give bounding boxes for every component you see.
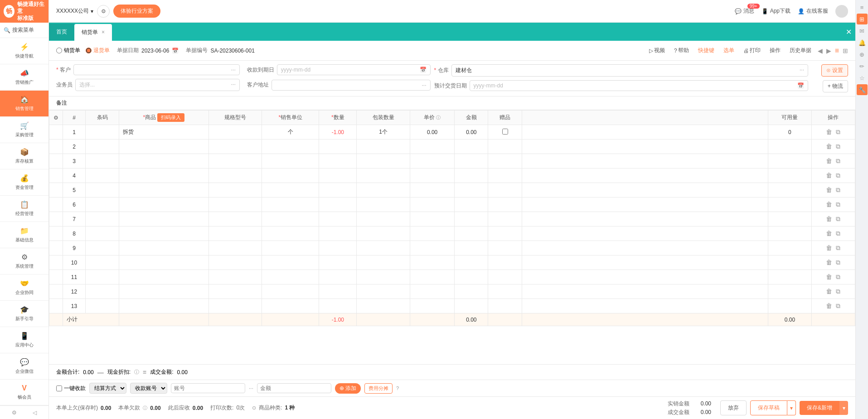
row-amount[interactable] — [455, 197, 488, 212]
row-barcode[interactable] — [86, 284, 119, 299]
right-panel-btn-6[interactable]: ✏ — [857, 61, 868, 72]
right-panel-btn-2[interactable]: ⊞ — [857, 14, 868, 24]
right-panel-btn-3[interactable]: ✉ — [857, 25, 868, 36]
row-product[interactable] — [119, 255, 209, 270]
print-btn[interactable]: 🖨 打印 — [741, 45, 763, 56]
row-qty[interactable] — [319, 241, 357, 255]
app-download-button[interactable]: 📱 App下载 — [761, 7, 790, 15]
sidebar-item-inventory[interactable]: 📦 库存核算 — [0, 143, 48, 169]
row-product[interactable] — [119, 212, 209, 226]
remarks-input[interactable] — [71, 101, 848, 105]
amount-input[interactable] — [257, 383, 331, 393]
row-copy-icon[interactable]: ⧉ — [835, 142, 841, 151]
row-pack-qty[interactable] — [357, 183, 410, 197]
row-unit[interactable] — [262, 284, 319, 299]
row-barcode[interactable] — [86, 255, 119, 270]
row-delete-icon[interactable]: 🗑 — [825, 127, 833, 137]
row-copy-icon[interactable]: ⧉ — [835, 200, 841, 209]
row-price[interactable] — [410, 270, 454, 284]
customer-input[interactable]: ··· — [73, 64, 240, 75]
row-qty[interactable] — [319, 299, 357, 313]
row-price[interactable] — [410, 226, 454, 241]
row-gift[interactable] — [488, 197, 522, 212]
row-delete-icon[interactable]: 🗑 — [825, 142, 833, 151]
radio-return-order[interactable]: 退货单 — [86, 47, 110, 54]
row-delete-icon[interactable]: 🗑 — [825, 185, 833, 195]
account-select[interactable]: 收款账号 — [130, 383, 167, 394]
expected-date-input[interactable]: yyyy-mm-dd 📅 — [470, 80, 809, 91]
row-gift[interactable] — [488, 183, 522, 197]
one-click-pay-checkbox[interactable]: 一键收款 — [56, 385, 86, 392]
row-gift[interactable] — [488, 140, 522, 154]
row-delete-icon[interactable]: 🗑 — [825, 258, 833, 267]
save-new-dropdown[interactable]: ▾ — [839, 401, 848, 415]
row-qty[interactable] — [319, 212, 357, 226]
row-price[interactable] — [410, 197, 454, 212]
row-pack-qty[interactable] — [357, 299, 410, 313]
sidebar-item-sales[interactable]: 🏠 销售管理 — [0, 91, 48, 117]
sidebar-item-finance[interactable]: 💰 资金管理 — [0, 169, 48, 196]
row-qty[interactable] — [319, 140, 357, 154]
row-price[interactable] — [410, 169, 454, 183]
row-pack-qty[interactable] — [357, 226, 410, 241]
row-pack-qty[interactable] — [357, 255, 410, 270]
row-copy-icon[interactable]: ⧉ — [835, 243, 841, 253]
row-gift[interactable] — [488, 255, 522, 270]
row-delete-icon[interactable]: 🗑 — [825, 200, 833, 209]
row-pack-qty[interactable]: 1个 — [357, 125, 410, 140]
row-copy-icon[interactable]: ⧉ — [835, 156, 841, 166]
row-copy-icon[interactable]: ⧉ — [835, 301, 841, 311]
row-unit[interactable] — [262, 299, 319, 313]
row-qty[interactable]: -1.00 — [319, 125, 357, 140]
sidebar-item-system[interactable]: ⚙ 系统管理 — [0, 248, 48, 275]
row-spec[interactable] — [209, 140, 262, 154]
sidebar-item-appstore[interactable]: 📱 应用中心 — [0, 327, 48, 353]
row-unit[interactable] — [262, 140, 319, 154]
save-draft-dropdown[interactable]: ▾ — [787, 400, 796, 415]
row-spec[interactable] — [209, 270, 262, 284]
row-product[interactable] — [119, 197, 209, 212]
history-btn[interactable]: 历史单据 — [787, 45, 814, 56]
row-price[interactable] — [410, 183, 454, 197]
user-avatar[interactable] — [835, 5, 848, 18]
row-qty[interactable] — [319, 169, 357, 183]
row-spec[interactable] — [209, 241, 262, 255]
row-gift[interactable] — [488, 270, 522, 284]
staff-input[interactable]: 选择... ··· — [75, 79, 240, 91]
tab-home[interactable]: 首页 — [49, 24, 74, 40]
row-spec[interactable] — [209, 284, 262, 299]
row-delete-icon[interactable]: 🗑 — [825, 214, 833, 224]
sidebar-item-marketing[interactable]: 📣 营销推广 — [0, 64, 48, 91]
row-copy-icon[interactable]: ⧉ — [835, 229, 841, 238]
right-panel-btn-4[interactable]: 🔔 — [857, 37, 868, 48]
row-qty[interactable] — [319, 270, 357, 284]
tab-sales-order[interactable]: 销货单 × — [74, 24, 112, 41]
row-barcode[interactable] — [86, 183, 119, 197]
row-spec[interactable] — [209, 154, 262, 169]
row-product[interactable] — [119, 241, 209, 255]
row-barcode[interactable] — [86, 299, 119, 313]
row-unit[interactable] — [262, 212, 319, 226]
row-unit[interactable] — [262, 226, 319, 241]
row-gift[interactable] — [488, 154, 522, 169]
row-price[interactable] — [410, 212, 454, 226]
row-amount[interactable] — [455, 140, 488, 154]
video-btn[interactable]: ▷ 视频 — [646, 45, 668, 56]
row-qty[interactable] — [319, 183, 357, 197]
row-unit[interactable] — [262, 183, 319, 197]
row-delete-icon[interactable]: 🗑 — [825, 243, 833, 253]
row-qty[interactable] — [319, 284, 357, 299]
row-amount[interactable] — [455, 154, 488, 169]
row-amount[interactable] — [455, 226, 488, 241]
sidebar-item-basic[interactable]: 📁 基础信息 — [0, 222, 48, 248]
row-unit[interactable]: 个 — [262, 125, 319, 140]
shortcut-btn[interactable]: 快捷键 — [695, 45, 717, 56]
row-copy-icon[interactable]: ⧉ — [835, 185, 841, 195]
row-spec[interactable] — [209, 255, 262, 270]
row-qty[interactable] — [319, 154, 357, 169]
list-view-icon[interactable]: ≡ — [835, 47, 839, 55]
right-panel-btn-1[interactable]: ≡ — [857, 2, 868, 13]
row-product[interactable] — [119, 183, 209, 197]
payment-method-select[interactable]: 结算方式 — [89, 383, 126, 394]
due-date-input[interactable]: yyyy-mm-dd 📅 — [277, 64, 431, 75]
